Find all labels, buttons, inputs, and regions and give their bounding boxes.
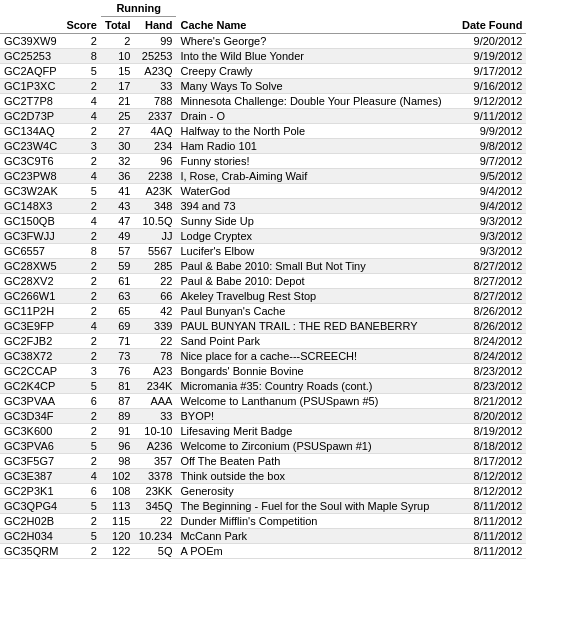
gc-code: GC2T7P8 <box>0 94 62 109</box>
total: 41 <box>101 184 134 199</box>
date-found: 9/5/2012 <box>456 169 526 184</box>
gc-code: GC3PVA6 <box>0 439 62 454</box>
total: 122 <box>101 544 134 559</box>
total: 71 <box>101 334 134 349</box>
col-header-date: Date Found <box>456 17 526 34</box>
hand: 3378 <box>134 469 176 484</box>
date-found: 9/3/2012 <box>456 214 526 229</box>
hand: 4AQ <box>134 124 176 139</box>
score: 6 <box>62 394 101 409</box>
table-row: GC28XW5259285Paul & Babe 2010: Small But… <box>0 259 573 274</box>
table-row: GC150QB44710.5QSunny Side Up9/3/2012 <box>0 214 573 229</box>
score: 2 <box>62 34 101 49</box>
table-row: GC3E9FP469339PAUL BUNYAN TRAIL : THE RED… <box>0 319 573 334</box>
date-found: 9/9/2012 <box>456 124 526 139</box>
score: 5 <box>62 529 101 544</box>
total: 65 <box>101 304 134 319</box>
hand: 234K <box>134 379 176 394</box>
table-row: GC2D73P4252337Drain - O9/11/2012 <box>0 109 573 124</box>
gc-code: GC23PW8 <box>0 169 62 184</box>
cache-name: Lifesaving Merit Badge <box>176 424 456 439</box>
hand: 22 <box>134 274 176 289</box>
hand-header-blank <box>176 0 456 17</box>
score: 8 <box>62 49 101 64</box>
score: 5 <box>62 64 101 79</box>
cache-name: Welcome to Lanthanum (PSUSpawn #5) <box>176 394 456 409</box>
header-row-1: Running <box>0 0 573 17</box>
hand: 66 <box>134 289 176 304</box>
score: 2 <box>62 349 101 364</box>
total: 21 <box>101 94 134 109</box>
cache-name: Bongards' Bonnie Bovine <box>176 364 456 379</box>
cache-name: Sunny Side Up <box>176 214 456 229</box>
score: 2 <box>62 229 101 244</box>
hand: A23K <box>134 184 176 199</box>
total: 10 <box>101 49 134 64</box>
cache-name: Off The Beaten Path <box>176 454 456 469</box>
hand: 33 <box>134 409 176 424</box>
date-header-blank <box>526 0 573 17</box>
table-body: GC39XW92299Where's George?9/20/2012GC252… <box>0 34 573 559</box>
table-row: GC3FWJJ249JJLodge Cryptex9/3/2012 <box>0 229 573 244</box>
hand: 23KK <box>134 484 176 499</box>
col-header-cache: Cache Name <box>176 17 456 34</box>
score: 3 <box>62 364 101 379</box>
table-row: GC2AQFP515A23QCreepy Crawly9/17/2012 <box>0 64 573 79</box>
cache-name: WaterGod <box>176 184 456 199</box>
gc-code: GC1P3XC <box>0 79 62 94</box>
gc-code: GC3C9T6 <box>0 154 62 169</box>
cache-name: Micromania #35: Country Roads (cont.) <box>176 379 456 394</box>
date-found: 8/12/2012 <box>456 484 526 499</box>
table-row: GC266W126366Akeley Travelbug Rest Stop8/… <box>0 289 573 304</box>
cache-name: Nice place for a cache---SCREECH! <box>176 349 456 364</box>
header-row-2: Score Total Hand Cache Name Date Found <box>0 17 573 34</box>
date-found: 8/27/2012 <box>456 259 526 274</box>
date-found: 8/24/2012 <box>456 334 526 349</box>
gc-code: GC3F5G7 <box>0 454 62 469</box>
total: 89 <box>101 409 134 424</box>
gc-code: GC2H034 <box>0 529 62 544</box>
table-row: GC11P2H26542Paul Bunyan's Cache8/26/2012 <box>0 304 573 319</box>
cache-name: Where's George? <box>176 34 456 49</box>
cache-name: Paul & Babe 2010: Depot <box>176 274 456 289</box>
date-found: 8/26/2012 <box>456 319 526 334</box>
date-found: 8/11/2012 <box>456 544 526 559</box>
hand: 2337 <box>134 109 176 124</box>
score: 2 <box>62 124 101 139</box>
cache-name: I, Rose, Crab-Aiming Waif <box>176 169 456 184</box>
hand: 285 <box>134 259 176 274</box>
col-header-hand: Hand <box>134 17 176 34</box>
gc-code: GC39XW9 <box>0 34 62 49</box>
date-found: 8/20/2012 <box>456 409 526 424</box>
date-found: 9/4/2012 <box>456 184 526 199</box>
total: 91 <box>101 424 134 439</box>
score: 2 <box>62 289 101 304</box>
total: 36 <box>101 169 134 184</box>
total: 96 <box>101 439 134 454</box>
gc-code: GC28XW5 <box>0 259 62 274</box>
cache-name: PAUL BUNYAN TRAIL : THE RED BANEBERRY <box>176 319 456 334</box>
gc-code: GC266W1 <box>0 289 62 304</box>
total: 102 <box>101 469 134 484</box>
cache-name: BYOP! <box>176 409 456 424</box>
hand: 2238 <box>134 169 176 184</box>
total: 47 <box>101 214 134 229</box>
table-row: GC39XW92299Where's George?9/20/2012 <box>0 34 573 49</box>
total: 98 <box>101 454 134 469</box>
col-header-score: Score <box>62 17 101 34</box>
date-found: 9/12/2012 <box>456 94 526 109</box>
cache-name: 394 and 73 <box>176 199 456 214</box>
score: 4 <box>62 319 101 334</box>
total: 49 <box>101 229 134 244</box>
total: 59 <box>101 259 134 274</box>
score: 8 <box>62 244 101 259</box>
date-found: 9/7/2012 <box>456 154 526 169</box>
table-row: GC3PVAA687AAAWelcome to Lanthanum (PSUSp… <box>0 394 573 409</box>
score: 2 <box>62 334 101 349</box>
gc-code: GC2FJB2 <box>0 334 62 349</box>
total: 43 <box>101 199 134 214</box>
cache-name: Funny stories! <box>176 154 456 169</box>
total: 69 <box>101 319 134 334</box>
table-row: GC65578575567Lucifer's Elbow9/3/2012 <box>0 244 573 259</box>
gc-code: GC3QPG4 <box>0 499 62 514</box>
